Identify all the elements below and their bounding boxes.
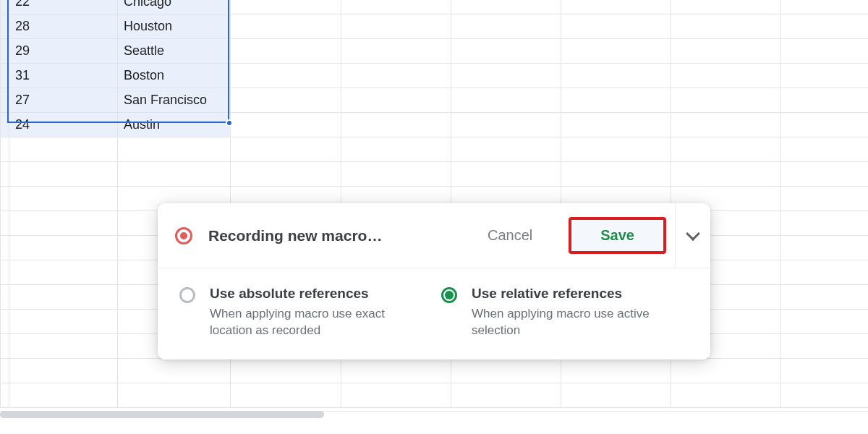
cell[interactable]: 31 xyxy=(9,64,118,88)
cell[interactable]: San Francisco xyxy=(118,88,231,113)
option-description: When applying macro use active selection xyxy=(472,306,667,339)
option-title: Use relative references xyxy=(472,286,667,302)
option-title: Use absolute references xyxy=(210,286,405,302)
macro-options: Use absolute references When applying ma… xyxy=(158,268,710,359)
cell[interactable]: 27 xyxy=(9,88,118,113)
macro-recording-panel: Recording new macro… Cancel Save Use abs… xyxy=(158,203,710,359)
cell[interactable]: 28 xyxy=(9,14,118,39)
macro-title: Recording new macro… xyxy=(208,227,483,244)
save-button[interactable]: Save xyxy=(569,217,666,254)
expand-toggle[interactable] xyxy=(676,203,710,268)
option-description: When applying macro use exact location a… xyxy=(210,306,405,339)
radio-on-icon xyxy=(441,287,457,303)
macro-panel-header: Recording new macro… Cancel Save xyxy=(158,203,710,268)
cell[interactable]: Boston xyxy=(118,64,231,88)
cell[interactable]: Seattle xyxy=(118,39,231,64)
cell[interactable]: 24 xyxy=(9,113,118,137)
cell[interactable]: 22 xyxy=(9,0,118,14)
cell[interactable]: 29 xyxy=(9,39,118,64)
horizontal-scrollbar[interactable] xyxy=(0,411,324,418)
cell[interactable]: Houston xyxy=(118,14,231,39)
record-icon xyxy=(175,227,192,244)
cell[interactable]: Chicago xyxy=(118,0,231,14)
radio-off-icon xyxy=(179,287,195,303)
cancel-button[interactable]: Cancel xyxy=(483,226,537,244)
cell[interactable]: Austin xyxy=(118,113,231,137)
option-relative-references[interactable]: Use relative references When applying ma… xyxy=(441,286,689,339)
save-button-label: Save xyxy=(600,227,634,243)
chevron-down-icon xyxy=(686,226,700,241)
option-absolute-references[interactable]: Use absolute references When applying ma… xyxy=(179,286,427,339)
